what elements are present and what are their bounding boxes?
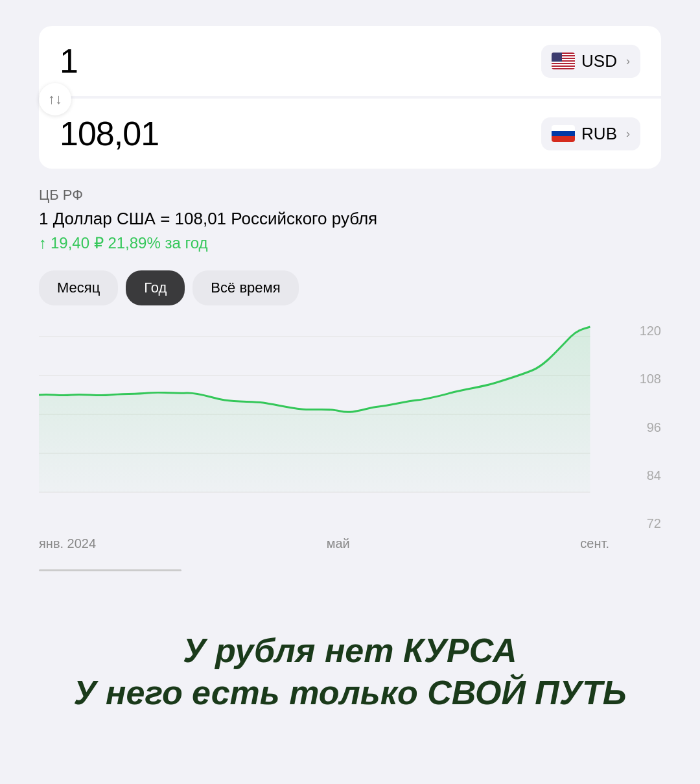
change-value: 19,40 ₽ 21,89% за год xyxy=(51,234,208,252)
chart-wrapper: 120 108 96 84 72 xyxy=(39,324,661,531)
change-arrow: ↑ xyxy=(39,234,47,252)
period-year-button[interactable]: Год xyxy=(126,270,185,305)
rate-change: ↑ 19,40 ₽ 21,89% за год xyxy=(39,234,661,252)
y-label-120: 120 xyxy=(616,324,661,339)
from-currency-selector[interactable]: USD › xyxy=(541,45,640,78)
y-axis-labels: 120 108 96 84 72 xyxy=(616,324,661,531)
swap-button[interactable]: ↑↓ xyxy=(39,83,71,115)
usd-flag-icon xyxy=(552,53,575,69)
y-label-96: 96 xyxy=(616,420,661,435)
period-buttons: Месяц Год Всё время xyxy=(39,270,661,305)
to-amount: 108,01 xyxy=(60,114,159,153)
y-label-72: 72 xyxy=(616,516,661,531)
swap-icon: ↑↓ xyxy=(48,91,62,108)
from-currency-code: USD xyxy=(581,51,617,71)
y-label-108: 108 xyxy=(616,372,661,386)
meme-line2: У него есть только СВОЙ ПУТЬ xyxy=(26,672,674,714)
x-label-jan: янв. 2024 xyxy=(39,536,96,551)
to-currency-code: RUB xyxy=(581,124,617,144)
meme-line1: У рубля нет КУРСА xyxy=(26,630,674,672)
main-container: 1 USD › ↑↓ 108,01 RUB › ЦБ РФ 1 Доллар xyxy=(0,0,700,571)
period-alltime-button[interactable]: Всё время xyxy=(192,270,298,305)
rate-description: 1 Доллар США = 108,01 Российского рубля xyxy=(39,209,661,229)
from-chevron-icon: › xyxy=(626,54,630,68)
to-currency-selector[interactable]: RUB › xyxy=(541,117,640,150)
to-chevron-icon: › xyxy=(626,127,630,141)
info-section: ЦБ РФ 1 Доллар США = 108,01 Российского … xyxy=(39,169,661,551)
from-currency-row: 1 USD › xyxy=(39,26,661,96)
meme-text: У рубля нет КУРСА У него есть только СВО… xyxy=(26,630,674,714)
to-currency-row: 108,01 RUB › xyxy=(39,99,661,169)
converter-card: 1 USD › ↑↓ 108,01 RUB › xyxy=(39,26,661,169)
rub-flag-icon xyxy=(552,125,575,142)
x-axis-labels: янв. 2024 май сент. xyxy=(39,531,661,551)
x-label-sept: сент. xyxy=(580,536,609,551)
x-label-may: май xyxy=(327,536,350,551)
y-label-84: 84 xyxy=(616,468,661,483)
period-month-button[interactable]: Месяц xyxy=(39,270,118,305)
chart-area xyxy=(39,324,616,531)
chart-svg xyxy=(39,324,616,531)
meme-section: У рубля нет КУРСА У него есть только СВО… xyxy=(0,591,700,753)
divider xyxy=(39,569,181,571)
from-amount: 1 xyxy=(60,42,78,80)
source-label: ЦБ РФ xyxy=(39,187,661,204)
